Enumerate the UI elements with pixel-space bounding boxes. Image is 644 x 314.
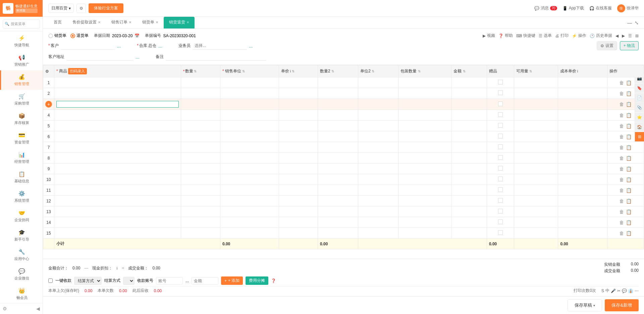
- cost-price-cell[interactable]: [558, 164, 607, 174]
- product-cell[interactable]: [54, 217, 181, 228]
- amount-cell[interactable]: [451, 174, 487, 185]
- cost-price-cell[interactable]: [558, 110, 607, 121]
- delete-row-button[interactable]: 🗑: [619, 102, 624, 107]
- available-cell[interactable]: [514, 131, 558, 142]
- available-cell[interactable]: [514, 153, 558, 164]
- more-tools-icon[interactable]: ⋯: [635, 289, 639, 293]
- quantity2-cell[interactable]: [318, 217, 358, 228]
- copy-row-button[interactable]: 📋: [626, 220, 632, 225]
- save-draft-button[interactable]: 保存草稿 ▾: [568, 299, 602, 311]
- price-cell[interactable]: [279, 164, 318, 174]
- tab-sales[interactable]: 销货单 ✕: [137, 17, 164, 28]
- available-cell[interactable]: [514, 77, 558, 88]
- copy-row-button[interactable]: 📋: [626, 145, 632, 150]
- maximize-button[interactable]: ⤡: [635, 20, 639, 25]
- quantity-cell[interactable]: [181, 142, 220, 153]
- user-profile[interactable]: 徐 徐泽华: [617, 4, 639, 12]
- pack-qty-cell[interactable]: [398, 164, 451, 174]
- tab-price-setting[interactable]: 售价提取设置 ✕: [67, 17, 106, 28]
- unit2-cell[interactable]: [358, 228, 398, 239]
- right-tool-home[interactable]: 🏠: [635, 122, 644, 132]
- amount-cell[interactable]: [451, 206, 487, 217]
- unit-cell[interactable]: [220, 99, 279, 110]
- quantity2-cell[interactable]: [318, 228, 358, 239]
- online-service-button[interactable]: 🎧 在线客服: [589, 5, 612, 11]
- price-cell[interactable]: [279, 196, 318, 206]
- amount-input[interactable]: [192, 277, 218, 285]
- product-cell[interactable]: [54, 99, 181, 110]
- operation-link[interactable]: ⚡ 操作: [572, 33, 586, 39]
- unit2-cell[interactable]: [358, 131, 398, 142]
- unit2-cell[interactable]: [358, 121, 398, 131]
- available-cell[interactable]: [514, 196, 558, 206]
- tab-close-icon[interactable]: ✕: [156, 20, 158, 24]
- view-list-icon[interactable]: ☰: [628, 34, 632, 38]
- delete-row-button[interactable]: 🗑: [619, 188, 624, 193]
- quantity-cell[interactable]: [181, 228, 220, 239]
- minimize-button[interactable]: —: [627, 20, 632, 25]
- unit-cell[interactable]: [220, 185, 279, 196]
- cost-price-cell[interactable]: [558, 217, 607, 228]
- gift-checkbox[interactable]: [498, 198, 503, 203]
- unit-cell[interactable]: [220, 174, 279, 185]
- salesperson-input[interactable]: [193, 42, 247, 50]
- unit-cell[interactable]: [220, 110, 279, 121]
- amount-cell[interactable]: [451, 217, 487, 228]
- sidebar-item-sales[interactable]: 💰 销售管理: [0, 70, 43, 90]
- app-download-button[interactable]: 📱 App下载: [562, 5, 584, 11]
- search-menu-button[interactable]: 🔍 搜索菜单: [3, 19, 40, 28]
- address-picker-button[interactable]: ...: [136, 54, 140, 60]
- price-cell[interactable]: [279, 142, 318, 153]
- gift-checkbox[interactable]: [498, 90, 503, 95]
- quantity-cell[interactable]: [181, 77, 220, 88]
- copy-row-button[interactable]: 📋: [626, 91, 632, 96]
- price-cell[interactable]: [279, 88, 318, 99]
- delete-row-button[interactable]: 🗑: [619, 209, 624, 214]
- product-cell[interactable]: [54, 164, 181, 174]
- unit2-cell[interactable]: [358, 206, 398, 217]
- available-cell[interactable]: [514, 121, 558, 131]
- shortcut-link[interactable]: ⌨ 快捷键: [516, 33, 535, 39]
- pack-qty-cell[interactable]: [398, 88, 451, 99]
- quantity2-cell[interactable]: [318, 153, 358, 164]
- available-cell[interactable]: [514, 206, 558, 217]
- sidebar-item-inventory[interactable]: 📦 库存核算: [0, 109, 43, 129]
- info-icon[interactable]: ℹ: [290, 69, 291, 73]
- price-cell[interactable]: [279, 121, 318, 131]
- sidebar-item-enterprise[interactable]: 🤝 企业协同: [0, 206, 43, 226]
- payment-method-select[interactable]: 结算方式: [74, 277, 102, 285]
- delete-row-button[interactable]: 🗑: [619, 155, 624, 161]
- copy-row-button[interactable]: 📋: [626, 113, 632, 118]
- available-cell[interactable]: [514, 99, 558, 110]
- tab-close-icon[interactable]: ✕: [186, 20, 189, 24]
- product-input[interactable]: [56, 101, 179, 108]
- sort-icon[interactable]: ⇅: [372, 69, 374, 73]
- amount-cell[interactable]: [451, 110, 487, 121]
- shirt-icon[interactable]: 👔: [628, 289, 633, 293]
- tab-close-icon[interactable]: ✕: [98, 20, 101, 24]
- gift-checkbox[interactable]: [498, 144, 503, 149]
- amount-cell[interactable]: [451, 164, 487, 174]
- right-tool-star[interactable]: ⭐: [635, 113, 644, 122]
- gift-checkbox[interactable]: [498, 155, 503, 160]
- sort-icon[interactable]: ⇅: [331, 69, 334, 73]
- quantity-cell[interactable]: [181, 164, 220, 174]
- scan-button[interactable]: 扫码录入: [68, 68, 87, 74]
- product-cell[interactable]: [54, 110, 181, 121]
- unit-cell[interactable]: [220, 206, 279, 217]
- delete-row-button[interactable]: 🗑: [619, 231, 624, 236]
- chat-icon[interactable]: 💬: [622, 289, 627, 293]
- cost-price-cell[interactable]: [558, 174, 607, 185]
- unit-cell[interactable]: [220, 153, 279, 164]
- quantity2-cell[interactable]: [318, 164, 358, 174]
- amount-cell[interactable]: [451, 153, 487, 164]
- unit-cell[interactable]: [220, 217, 279, 228]
- available-cell[interactable]: [514, 185, 558, 196]
- delete-row-button[interactable]: 🗑: [619, 145, 624, 150]
- right-tool-link[interactable]: 📎: [635, 103, 644, 112]
- sidebar-collapse-button[interactable]: ◀: [36, 306, 40, 311]
- quantity-cell[interactable]: [181, 206, 220, 217]
- available-cell[interactable]: [514, 228, 558, 239]
- unit-cell[interactable]: [220, 131, 279, 142]
- radio-sales[interactable]: 销货单: [48, 33, 66, 39]
